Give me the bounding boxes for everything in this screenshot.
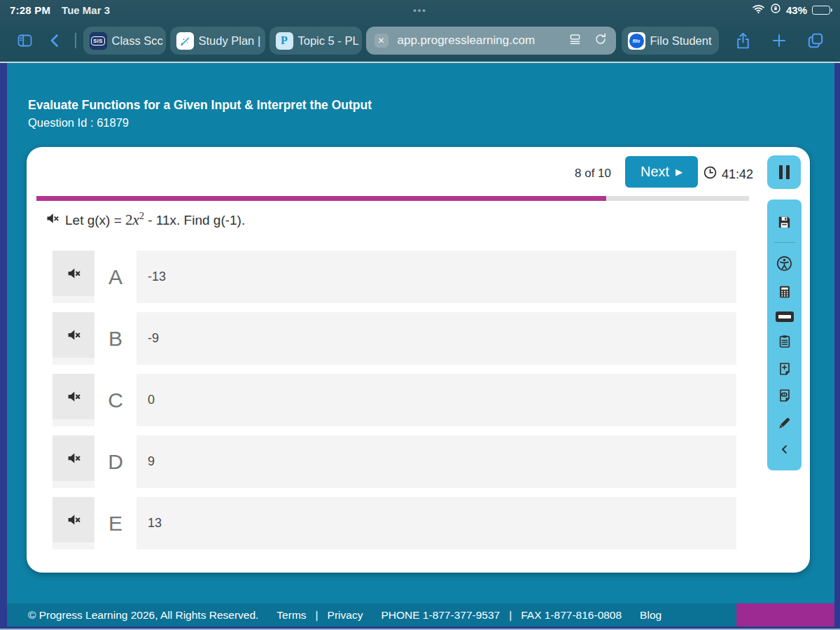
sis-favicon: SIS (90, 32, 107, 50)
option-text[interactable]: 13 (136, 497, 736, 550)
question-card: 8 of 10 Next▶ 41:42 (27, 147, 810, 573)
phone-text: PHONE 1-877-377-9537 (381, 609, 500, 622)
option-letter[interactable]: A (94, 251, 136, 303)
safari-toolbar: SIS Class Scc Study Plan | P Topic 5 - P… (0, 20, 840, 62)
reader-icon[interactable] (568, 32, 582, 50)
status-bar: 7:28 PM Tue Mar 3 ••• 43% (0, 0, 840, 20)
question-id: Question Id : 61879 (28, 116, 129, 130)
option-text[interactable]: -9 (136, 312, 736, 365)
handoff-dots: ••• (0, 5, 840, 15)
muted-speaker-icon[interactable] (52, 312, 94, 358)
calculator-icon[interactable] (767, 284, 802, 300)
muted-speaker-icon[interactable] (52, 251, 94, 296)
tab-label: Topic 5 - PL (298, 34, 359, 48)
option-row-a[interactable]: A -13 (52, 251, 736, 303)
filo-favicon: filo (628, 32, 645, 50)
reload-icon[interactable] (594, 32, 608, 49)
pen-icon[interactable] (767, 415, 802, 431)
show-answer-icon[interactable] (767, 388, 802, 403)
option-letter[interactable]: C (94, 374, 136, 426)
timer: 41:42 (703, 165, 753, 183)
tool-panel (767, 200, 802, 470)
muted-speaker-icon[interactable] (52, 374, 94, 419)
muted-speaker-icon[interactable] (52, 497, 94, 542)
ipad-screen: 7:28 PM Tue Mar 3 ••• 43% (0, 0, 840, 630)
option-letter[interactable]: B (94, 312, 136, 365)
battery-icon (812, 6, 830, 15)
tab-topic-5[interactable]: P Topic 5 - PL (270, 27, 362, 55)
footer-widget-block[interactable] (736, 603, 834, 626)
muted-speaker-icon[interactable] (52, 435, 94, 481)
sidebar-toggle-icon[interactable] (15, 32, 34, 49)
tab-label: Filo Student (650, 34, 712, 48)
footer-divider: | (316, 609, 318, 622)
browser-chrome: 7:28 PM Tue Mar 3 ••• 43% (0, 0, 840, 62)
page-frame: Evaluate Functions for a Given Input & I… (0, 62, 840, 630)
collapse-icon[interactable] (767, 443, 802, 456)
question-counter: 8 of 10 (575, 167, 611, 181)
option-text[interactable]: -13 (136, 251, 736, 303)
progress-fill (36, 196, 606, 201)
option-letter[interactable]: D (94, 435, 136, 488)
page-title: Evaluate Functions for a Given Input & I… (28, 98, 372, 113)
question-text: Let g(x) = 2x2 - 11x. Find g(-1). (46, 211, 245, 229)
tab-overview-icon[interactable] (806, 31, 825, 50)
page-footer: © Progress Learning 2026, All Rights Res… (7, 603, 834, 626)
tab-label: Class Scc (112, 34, 163, 48)
progress-bar (36, 196, 749, 201)
add-note-icon[interactable] (767, 361, 802, 377)
tab-class-schedule[interactable]: SIS Class Scc (83, 27, 166, 55)
back-icon[interactable] (47, 32, 64, 49)
clock-icon (703, 165, 718, 183)
fax-text: FAX 1-877-816-0808 (521, 609, 622, 622)
blog-link[interactable]: Blog (640, 609, 662, 622)
copyright-text: © Progress Learning 2026, All Rights Res… (28, 609, 258, 622)
notepad-icon[interactable] (767, 334, 802, 349)
next-button[interactable]: Next▶ (625, 156, 698, 188)
next-arrow-icon: ▶ (676, 167, 682, 177)
progress-learning-favicon: P (276, 32, 293, 50)
footer-divider: | (509, 609, 512, 622)
answer-options: A -13 B -9 C 0 (52, 251, 736, 559)
save-icon[interactable] (767, 214, 802, 230)
share-icon[interactable] (734, 31, 752, 50)
toolbar-separator (75, 33, 76, 48)
muted-speaker-icon[interactable] (46, 211, 59, 229)
privacy-link[interactable]: Privacy (328, 609, 363, 622)
option-row-e[interactable]: E 13 (52, 497, 736, 550)
terms-link[interactable]: Terms (276, 609, 306, 622)
page-background: Evaluate Functions for a Given Input & I… (7, 63, 834, 626)
option-text[interactable]: 9 (136, 435, 736, 488)
option-row-b[interactable]: B -9 (52, 312, 736, 365)
option-row-c[interactable]: C 0 (52, 374, 736, 426)
pause-button[interactable] (767, 155, 801, 189)
new-tab-icon[interactable] (771, 32, 788, 49)
tool-divider (774, 242, 795, 244)
tab-filo-student[interactable]: filo Filo Student (622, 27, 719, 55)
address-bar[interactable]: ✕ app.progresslearning.com (366, 27, 616, 55)
option-text[interactable]: 0 (136, 374, 736, 426)
close-icon[interactable]: ✕ (374, 34, 388, 48)
accessibility-icon[interactable] (767, 255, 802, 272)
option-row-d[interactable]: D 9 (52, 435, 736, 488)
timer-value: 41:42 (722, 167, 753, 182)
tab-label: Study Plan | (199, 34, 261, 48)
url-text: app.progresslearning.com (398, 34, 536, 48)
answer-eliminator-icon[interactable] (767, 312, 802, 322)
tab-study-plan[interactable]: Study Plan | (170, 27, 265, 55)
study-plan-favicon (176, 32, 194, 50)
option-letter[interactable]: E (94, 497, 136, 550)
